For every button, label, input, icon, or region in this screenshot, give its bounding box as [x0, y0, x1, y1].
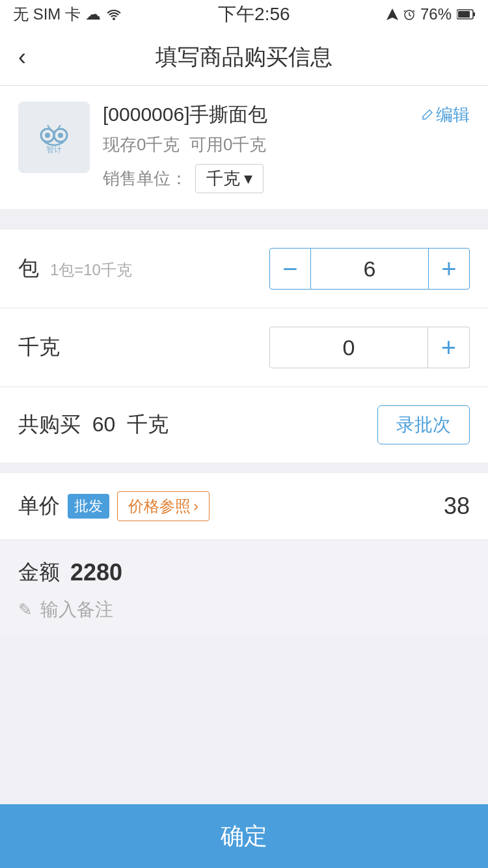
price-tag: 批发 [68, 494, 109, 519]
unit-select[interactable]: 千克 ▾ [195, 164, 264, 193]
price-ref-button[interactable]: 价格参照 › [117, 491, 210, 521]
total-row: 共购买 60 千克 录批次 [0, 387, 488, 463]
page-title: 填写商品购买信息 [156, 42, 332, 72]
nav-bar: ‹ 填写商品购买信息 [0, 29, 488, 86]
svg-rect-3 [458, 11, 470, 18]
kg-label: 千克 [18, 333, 269, 362]
price-label: 单价 [18, 492, 60, 521]
edit-icon [420, 109, 433, 122]
amount-row: 金额 2280 [18, 558, 470, 587]
status-time: 下午2:56 [218, 2, 290, 27]
product-name: [0000006]手撕面包 [103, 102, 267, 128]
product-info: [0000006]手撕面包 编辑 现存0千克 可用0千克 销售单位： 千克 ▾ [103, 102, 470, 193]
kg-quantity-input[interactable] [269, 327, 428, 368]
amount-section: 金额 2280 ✎ 输入备注 [0, 540, 488, 635]
svg-point-6 [45, 133, 50, 138]
kg-plus-button[interactable]: + [428, 327, 470, 368]
note-row[interactable]: ✎ 输入备注 [18, 597, 470, 622]
pencil-icon: ✎ [18, 600, 33, 620]
status-bar: 无 SIM 卡 ☁ 下午2:56 76% [0, 0, 488, 29]
edit-button[interactable]: 编辑 [420, 103, 470, 126]
bag-minus-button[interactable]: − [269, 248, 311, 290]
product-card: 智计 [0000006]手撕面包 编辑 现存0千克 可用0千克 销售单位： 千克… [0, 86, 488, 209]
amount-value: 2280 [70, 559, 122, 586]
bag-quantity-control: − + [269, 248, 470, 290]
location-icon [386, 8, 398, 20]
bag-hint: 1包=10千克 [50, 261, 132, 278]
note-placeholder: 输入备注 [40, 597, 113, 622]
product-unit-row: 销售单位： 千克 ▾ [103, 164, 470, 193]
battery-text: 76% [420, 5, 452, 23]
price-left: 单价 批发 价格参照 › [18, 491, 210, 521]
svg-rect-2 [473, 12, 475, 16]
price-section: 单价 批发 价格参照 › 38 [0, 473, 488, 540]
price-row: 单价 批发 价格参照 › 38 [18, 491, 470, 521]
wifi-icon [106, 8, 122, 20]
product-logo: 智计 [34, 121, 74, 154]
svg-text:智计: 智计 [46, 145, 62, 154]
amount-label: 金额 [18, 558, 60, 587]
bag-input-row: 包 1包=10千克 − + [0, 230, 488, 308]
record-batch-button[interactable]: 录批次 [377, 405, 470, 444]
bag-quantity-input[interactable] [311, 248, 428, 290]
bag-label: 包 1包=10千克 [18, 254, 269, 283]
battery-icon [457, 9, 475, 20]
status-right: 76% [386, 5, 475, 23]
product-stock: 现存0千克 可用0千克 [103, 133, 470, 156]
divider-2 [0, 463, 488, 473]
confirm-button-label: 确定 [221, 821, 267, 852]
svg-point-7 [58, 133, 63, 138]
total-label: 共购买 60 千克 [18, 411, 169, 439]
kg-input-row: 千克 + [0, 308, 488, 387]
price-value: 38 [444, 493, 470, 520]
bag-plus-button[interactable]: + [428, 248, 470, 290]
product-thumbnail: 智计 [18, 102, 90, 173]
alarm-icon [403, 8, 415, 20]
confirm-button[interactable]: 确定 [0, 804, 488, 868]
sim-status: 无 SIM 卡 ☁ [13, 4, 101, 25]
back-button[interactable]: ‹ [18, 44, 26, 71]
input-section: 包 1包=10千克 − + 千克 + [0, 230, 488, 387]
divider-1 [0, 219, 488, 230]
kg-quantity-control: + [269, 327, 470, 368]
status-left: 无 SIM 卡 ☁ [13, 4, 122, 25]
